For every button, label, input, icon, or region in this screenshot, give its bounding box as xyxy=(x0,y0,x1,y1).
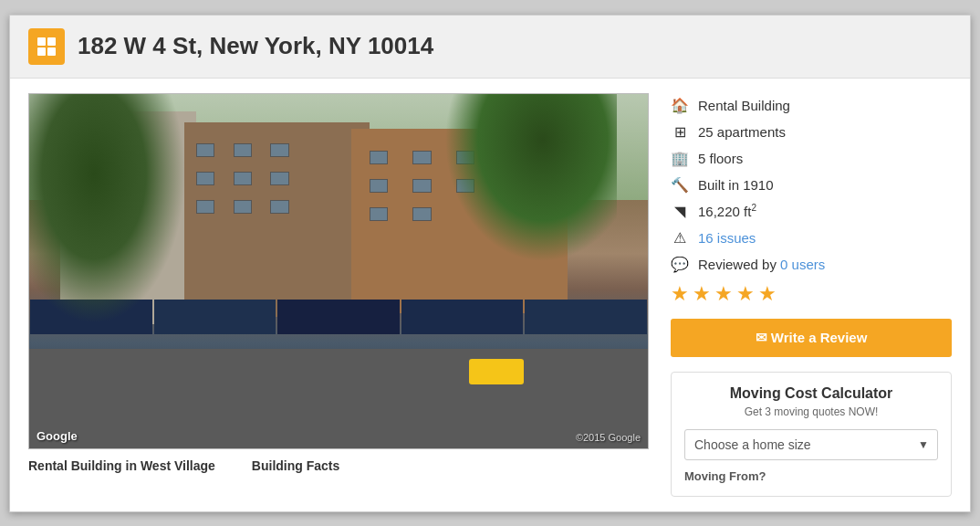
page-container: 182 W 4 St, New York, NY 10014 xyxy=(9,15,971,512)
moving-from-label: Moving From? xyxy=(684,469,938,483)
construction-icon: 🔨 xyxy=(671,176,689,194)
reviews-row: 💬 Reviewed by 0 users xyxy=(671,256,952,273)
svg-rect-1 xyxy=(47,37,56,46)
building-icon xyxy=(28,28,65,65)
home-size-select[interactable]: Choose a home size Studio / 1 Room 1 Bed… xyxy=(684,429,938,460)
sqft-row: ◥ 16,220 ft2 xyxy=(671,203,952,220)
home-icon: 🏠 xyxy=(671,97,689,114)
built-text: Built in 1910 xyxy=(698,177,774,193)
main-content: Google ©2015 Google Rental Building in W… xyxy=(10,79,970,511)
floors-text: 5 floors xyxy=(698,151,743,166)
awning-row xyxy=(29,300,648,335)
reviewed-by-label: Reviewed by xyxy=(698,257,777,272)
calculator-subtitle: Get 3 moving quotes NOW! xyxy=(684,405,938,418)
star-4: ★ xyxy=(736,282,755,306)
users-link[interactable]: 0 users xyxy=(780,257,825,272)
star-rating: ★ ★ ★ ★ ★ xyxy=(671,282,952,306)
chat-icon: 💬 xyxy=(671,256,689,273)
building-type-text: Rental Building xyxy=(698,98,790,113)
calculator-title: Moving Cost Calculator xyxy=(684,385,938,402)
apartments-row: ⊞ 25 apartments xyxy=(671,123,952,141)
street-photo: Google ©2015 Google xyxy=(28,93,649,449)
page-address: 182 W 4 St, New York, NY 10014 xyxy=(78,32,433,60)
apartments-text: 25 apartments xyxy=(698,124,786,140)
issues-row: ⚠ 16 issues xyxy=(671,229,952,247)
issues-link[interactable]: 16 issues xyxy=(698,230,756,246)
svg-rect-0 xyxy=(37,37,46,46)
caption-left: Rental Building in West Village xyxy=(28,458,215,473)
image-caption: Rental Building in West Village Building… xyxy=(28,458,649,473)
floors-icon: 🏢 xyxy=(671,150,689,167)
copyright-label: ©2015 Google xyxy=(576,432,641,443)
info-panel: 🏠 Rental Building ⊞ 25 apartments 🏢 5 fl… xyxy=(671,93,952,497)
header: 182 W 4 St, New York, NY 10014 xyxy=(10,16,970,79)
warning-icon: ⚠ xyxy=(671,229,689,247)
built-row: 🔨 Built in 1910 xyxy=(671,176,952,194)
area-icon: ◥ xyxy=(671,203,689,220)
svg-rect-2 xyxy=(37,47,46,56)
grid-icon: ⊞ xyxy=(671,123,689,141)
reviews-prefix: Reviewed by 0 users xyxy=(698,257,825,272)
street-scene: Google ©2015 Google xyxy=(29,94,648,448)
home-size-select-wrapper: Choose a home size Studio / 1 Room 1 Bed… xyxy=(684,429,938,460)
sqft-value: 16,220 ft xyxy=(698,204,751,219)
star-5: ★ xyxy=(758,282,777,306)
star-2: ★ xyxy=(693,282,711,306)
svg-rect-3 xyxy=(47,47,56,56)
street xyxy=(29,349,648,448)
image-section: Google ©2015 Google Rental Building in W… xyxy=(28,93,649,497)
calculator-box: Moving Cost Calculator Get 3 moving quot… xyxy=(671,372,952,497)
floors-row: 🏢 5 floors xyxy=(671,150,952,167)
building-type-row: 🏠 Rental Building xyxy=(671,97,952,114)
caption-right: Building Facts xyxy=(252,458,339,473)
sqft-text: 16,220 ft2 xyxy=(698,203,756,219)
star-3: ★ xyxy=(714,282,733,306)
star-1: ★ xyxy=(671,282,689,306)
google-watermark: Google xyxy=(36,429,78,443)
write-review-button[interactable]: ✉ Write a Review xyxy=(671,319,952,357)
